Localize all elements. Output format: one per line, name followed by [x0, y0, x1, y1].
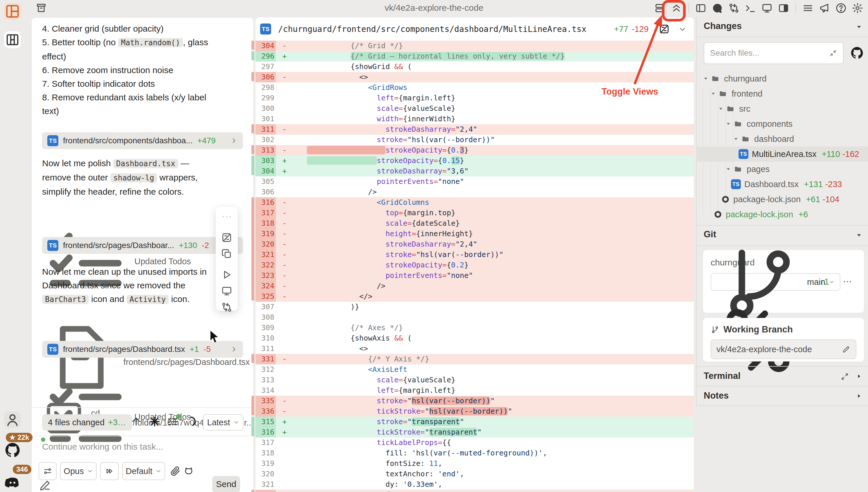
github-icon[interactable]: [850, 46, 864, 60]
diff-row: 336- tickStroke="hsl(var(--border))": [256, 406, 694, 417]
text-run: remove the outer: [42, 173, 110, 182]
tree-row-churnguard[interactable]: churnguard: [696, 71, 868, 86]
panel-right-icon[interactable]: [778, 2, 789, 14]
toolbar-separator: [688, 4, 689, 13]
line-number: 322: [256, 260, 276, 270]
diff-marker: -: [276, 239, 293, 249]
line-number: 317: [256, 438, 276, 448]
mode-dropdown[interactable]: Default: [122, 462, 165, 480]
code-line: pointerEvents="none": [293, 176, 694, 187]
files-changed-chip[interactable]: 4 files changed +3…: [42, 414, 132, 430]
diff-view-icon[interactable]: [658, 23, 670, 35]
text-run: 4. Cleaner grid (subtler opacity): [42, 24, 164, 33]
list-item: 7. Softer tooltip indicator dots: [42, 77, 245, 91]
diff-marker: -: [276, 270, 293, 281]
message-input[interactable]: Continue working on this task...: [42, 442, 163, 452]
code-line: scale={valueScale}: [293, 103, 694, 114]
section-collapse-icon[interactable]: [855, 23, 863, 31]
section-collapse-icon[interactable]: [855, 231, 863, 239]
board-button[interactable]: [4, 31, 21, 48]
account-button[interactable]: [4, 411, 21, 428]
more-options-icon[interactable]: [842, 277, 852, 287]
settings-sliders-button[interactable]: [39, 462, 56, 480]
file-chip-components-dashboard[interactable]: TS frontend/src/components/dashboa... +4…: [42, 132, 243, 149]
code-line: </>: [293, 291, 694, 302]
workspace-button[interactable]: [4, 3, 21, 20]
arrow-up-icon[interactable]: [130, 416, 142, 427]
file-chip-pages-dashboard[interactable]: TS frontend/src/pages/Dashboar... +130 -…: [42, 237, 243, 254]
inline-code-chip: BarChart3: [42, 295, 89, 304]
expander-icon[interactable]: [723, 121, 733, 127]
expander-icon[interactable]: [701, 75, 711, 82]
discord-button[interactable]: [4, 474, 21, 491]
diff-marker: -: [276, 41, 293, 51]
tree-row-dashboard-tsx[interactable]: TSDashboard.tsx+131 -233: [696, 177, 868, 192]
working-branch-input[interactable]: vk/4e2a-explore-the-code: [711, 339, 857, 359]
diff-row: 322- strokeOpacity={0.2}: [256, 260, 694, 270]
expander-icon[interactable]: [708, 91, 718, 97]
diff-row: 305 pointerEvents="none": [256, 176, 694, 187]
diffbox-icon[interactable]: [221, 232, 233, 243]
copy-icon[interactable]: [221, 248, 233, 260]
code-line: tickStroke="transparent": [293, 427, 694, 438]
tree-row-package-lock-json[interactable]: package-lock.json+6: [696, 207, 868, 222]
megaphone-icon[interactable]: [819, 2, 830, 14]
git-compare-icon[interactable]: [728, 2, 740, 14]
attach-paperclip-icon[interactable]: [170, 466, 181, 476]
monitor-icon[interactable]: [761, 2, 773, 14]
expand-icon[interactable]: [841, 372, 849, 380]
diff-marker: [276, 176, 293, 187]
line-number: 331: [256, 354, 276, 364]
tree-row-src[interactable]: src: [696, 101, 868, 116]
expander-icon[interactable]: [731, 136, 741, 142]
help-icon[interactable]: [835, 2, 847, 14]
version-dropdown[interactable]: Latest: [203, 414, 243, 430]
collapse-tree-icon[interactable]: [829, 49, 837, 57]
spark-icon[interactable]: [149, 416, 161, 427]
diff-marker: -: [276, 208, 293, 218]
edit-pencil-icon[interactable]: [842, 345, 850, 353]
drag-handle-icon[interactable]: [221, 211, 233, 222]
menu-icon[interactable]: [802, 2, 814, 14]
panel-left-icon[interactable]: [695, 2, 707, 14]
line-number: 300: [256, 103, 276, 114]
tree-row-frontend[interactable]: frontend: [696, 86, 868, 101]
fast-forward-button[interactable]: [100, 462, 119, 480]
text-run: Dashboard.tsx since we removed the: [42, 280, 186, 290]
chat-bubble-icon[interactable]: [711, 2, 723, 14]
pen-icon[interactable]: [39, 479, 51, 491]
send-button[interactable]: Send: [212, 476, 240, 492]
file-chip-added: +479: [197, 136, 216, 145]
caret-right-icon[interactable]: [855, 392, 863, 400]
diff-row: 319 fontSize: 11,: [256, 458, 694, 469]
settings-icon[interactable]: [852, 2, 863, 14]
overview-change-mark: [251, 72, 254, 81]
expander-icon[interactable]: [723, 166, 733, 172]
search-files-input[interactable]: Search files...: [704, 42, 844, 64]
inline-code-chip: shadow-lg: [110, 173, 157, 182]
monitor-icon[interactable]: [221, 285, 233, 297]
file-chip-path: frontend/src/pages/Dashboar...: [63, 241, 174, 250]
cat-icon[interactable]: [183, 466, 194, 476]
code-line: fill: 'hsl(var(--muted-foreground))',: [293, 448, 694, 458]
tree-row-package-lock-json[interactable]: package-lock.json+61 -104: [696, 192, 868, 207]
chevron-down-icon[interactable]: [678, 25, 687, 34]
tree-row-multilinearea-tsx[interactable]: TSMultiLineArea.tsx+110 -162: [696, 147, 868, 162]
line-number: 321: [256, 479, 276, 490]
line-number: 319: [256, 458, 276, 469]
git-compare-icon[interactable]: [221, 301, 233, 313]
tree-row-pages[interactable]: pages: [696, 162, 868, 177]
file-chip-dashboard-small[interactable]: TS frontend/src/pages/Dashboard.tsx +1 -…: [42, 341, 243, 358]
expander-icon[interactable]: [716, 105, 726, 112]
tree-row-dashboard[interactable]: dashboard: [696, 131, 868, 147]
assistant-paragraph: Now let me clean up the unused imports i…: [42, 265, 245, 306]
terminal-icon[interactable]: [745, 2, 756, 14]
tree-row-components[interactable]: components: [696, 116, 868, 131]
code-line: dy: '0.33em',: [293, 479, 694, 490]
github-button[interactable]: [4, 442, 21, 458]
model-dropdown[interactable]: Opus: [60, 462, 97, 480]
divider: [696, 386, 868, 387]
caret-right-icon[interactable]: [855, 372, 863, 380]
play-icon[interactable]: [221, 269, 233, 280]
diff-row: 325- </>: [256, 291, 694, 302]
